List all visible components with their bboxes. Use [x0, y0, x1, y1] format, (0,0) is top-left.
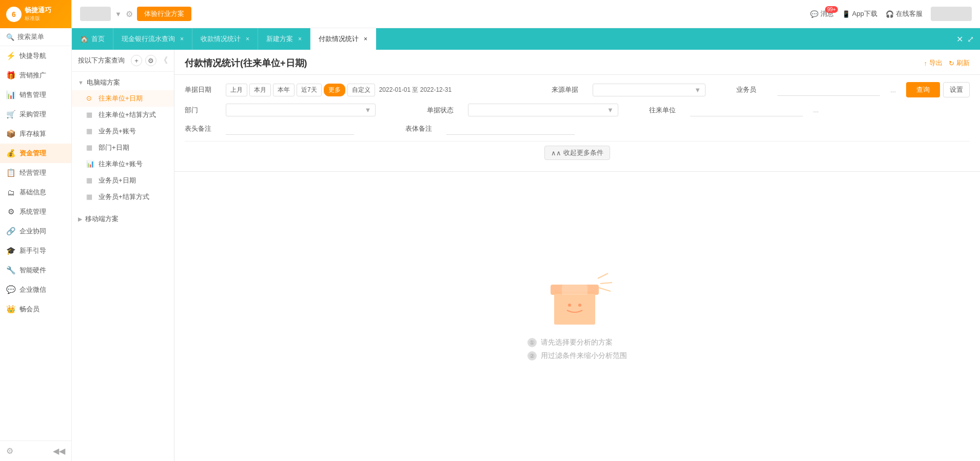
empty-illustration — [541, 268, 613, 330]
topbar-right: 💬 消息 99+ 📱 App下载 🎧 在线客服 — [810, 7, 972, 21]
sidebar-item-purchase[interactable]: 🛒 采购管理 — [0, 105, 71, 124]
tab-collection-close[interactable]: × — [246, 35, 249, 43]
tab-bank-close[interactable]: × — [180, 35, 184, 43]
topbar-gear-icon[interactable]: ⚙ — [126, 9, 133, 19]
tab-new-scheme-close[interactable]: × — [298, 35, 302, 43]
tab-payment-close[interactable]: × — [364, 35, 367, 43]
scheme-mobile-header[interactable]: ▶ 移动端方案 — [72, 211, 174, 227]
tab-bank[interactable]: 现金银行流水查询 × — [113, 28, 192, 50]
counterpart-label: 往来单位 — [649, 106, 680, 115]
mobile-arrow-icon: ▶ — [78, 216, 82, 223]
date-btn-last-month[interactable]: 上月 — [226, 84, 247, 96]
app-download-btn[interactable]: 📱 App下载 — [842, 9, 877, 18]
tab-new-scheme[interactable]: 新建方案 × — [258, 28, 310, 50]
bill-status-select[interactable]: ▼ — [468, 104, 618, 116]
scheme-item-counterpart-settlement[interactable]: ▦ 往来单位+结算方式 — [72, 107, 174, 123]
main-body: ① 请先选择要分析的方案 ② 用过滤条件来缩小分析范围 — [174, 172, 980, 461]
refresh-btn[interactable]: ↻ 刷新 — [949, 58, 970, 68]
sidebar-item-guide[interactable]: 🎓 新手引导 — [0, 241, 71, 260]
purchase-icon: 🛒 — [6, 110, 15, 119]
marketing-icon: 🎁 — [6, 71, 15, 80]
sidebar-item-finance[interactable]: 💰 资金管理 — [0, 144, 71, 163]
search-menu[interactable]: 🔍 搜索菜单 — [0, 28, 71, 46]
sidebar-item-inventory[interactable]: 📦 库存核算 — [0, 124, 71, 144]
footer-collapse-icon[interactable]: ◀◀ — [53, 446, 65, 456]
collapse-btn[interactable]: ∧∧ 收起更多条件 — [544, 146, 610, 160]
online-service-btn[interactable]: 🎧 在线客服 — [886, 9, 923, 18]
scheme-item-staff-account[interactable]: ▦ 业务员+账号 — [72, 123, 174, 139]
sidebar-item-wechat[interactable]: 💬 企业微信 — [0, 280, 71, 299]
tab-collection[interactable]: 收款情况统计 × — [192, 28, 258, 50]
dropdown-arrow-icon[interactable]: ▼ — [115, 10, 122, 18]
topbar: ▼ ⚙ 体验行业方案 💬 消息 99+ 📱 App下载 🎧 在线客服 — [72, 0, 980, 28]
home-icon: 🏠 — [80, 35, 88, 43]
search-label: 搜索菜单 — [17, 32, 44, 42]
date-btn-7days[interactable]: 近7天 — [297, 84, 322, 96]
scheme-item-dept-date[interactable]: ▦ 部门+日期 — [72, 139, 174, 156]
sidebar-header: 6 畅捷通巧 标准版 — [0, 0, 71, 28]
counterpart-ellipsis[interactable]: ... — [813, 106, 819, 114]
desktop-arrow-icon: ▼ — [78, 79, 84, 86]
sidebar-item-system[interactable]: ⚙ 系统管理 — [0, 202, 71, 222]
sidebar-item-member[interactable]: 👑 畅会员 — [0, 299, 71, 319]
source-select[interactable]: ▼ — [593, 84, 705, 96]
scheme-collapse-btn[interactable]: 《 — [160, 55, 168, 66]
tabbar: 🏠 首页 现金银行流水查询 × 收款情况统计 × 新建方案 × 付款情况统计 ×… — [72, 28, 980, 50]
scheme-item-counterpart-account[interactable]: 📊 往来单位+账号 — [72, 156, 174, 172]
filter-actions-right: 查询 设置 — [906, 82, 970, 97]
page-title: 付款情况统计(往来单位+日期) — [185, 57, 307, 69]
tab-home[interactable]: 🏠 首页 — [72, 28, 113, 50]
wechat-icon: 💬 — [6, 285, 15, 294]
message-btn[interactable]: 💬 消息 99+ — [810, 9, 834, 18]
export-btn[interactable]: ↑ 导出 — [924, 58, 943, 68]
settings-btn[interactable]: 设置 — [943, 82, 970, 97]
staff-ellipsis[interactable]: ... — [890, 86, 896, 94]
search-icon: 🔍 — [6, 33, 14, 41]
export-icon: ↑ — [924, 59, 928, 67]
expand-window-icon[interactable]: ⤢ — [967, 34, 974, 44]
query-btn[interactable]: 查询 — [906, 82, 940, 97]
sidebar-item-marketing[interactable]: 🎁 营销推广 — [0, 66, 71, 85]
scheme-item-counterpart-date[interactable]: ⊙ 往来单位+日期 — [72, 90, 174, 107]
filter-row-2: 部门 ▼ 单据状态 ▼ 往来单位 ... — [185, 104, 970, 116]
sidebar-item-sales[interactable]: 📊 销售管理 — [0, 85, 71, 105]
table-body-note-input[interactable] — [446, 123, 575, 135]
scheme-desktop-header[interactable]: ▼ 电脑端方案 — [72, 75, 174, 90]
dept-select[interactable]: ▼ — [226, 104, 376, 116]
footer-settings-icon[interactable]: ⚙ — [6, 446, 13, 456]
staff-date-icon: ▦ — [86, 176, 94, 185]
topbar-left: ▼ ⚙ 体验行业方案 — [80, 7, 805, 21]
staff-input[interactable] — [777, 84, 880, 96]
date-range-display: 2022-01-01 至 2022-12-31 — [379, 86, 452, 94]
scheme-panel-header: 按以下方案查询 + ⚙ 《 — [72, 50, 174, 72]
trial-btn[interactable]: 体验行业方案 — [137, 7, 191, 21]
date-btn-this-year[interactable]: 本年 — [273, 84, 295, 96]
sidebar-item-basic[interactable]: 🗂 基础信息 — [0, 183, 71, 202]
bill-status-arrow-icon: ▼ — [607, 106, 614, 114]
svg-line-5 — [600, 283, 612, 284]
filter-row-3: 表头备注 表体备注 — [185, 123, 970, 135]
table-header-note-input[interactable] — [226, 123, 354, 135]
page-header-actions: ↑ 导出 ↻ 刷新 — [924, 58, 970, 68]
sidebar-item-enterprise[interactable]: 🔗 企业协同 — [0, 222, 71, 241]
user-avatar[interactable] — [931, 7, 972, 21]
scheme-add-btn[interactable]: + — [131, 55, 142, 66]
close-window-icon[interactable]: ✕ — [956, 34, 963, 44]
svg-point-8 — [578, 304, 581, 307]
sales-icon: 📊 — [6, 90, 15, 99]
date-btn-this-month[interactable]: 本月 — [249, 84, 271, 96]
sidebar-item-hardware[interactable]: 🔧 智能硬件 — [0, 260, 71, 280]
date-btn-more[interactable]: 更多 — [324, 84, 345, 96]
source-label: 来源单据 — [552, 85, 582, 94]
counterpart-input[interactable] — [690, 104, 803, 116]
scheme-item-staff-date[interactable]: ▦ 业务员+日期 — [72, 172, 174, 189]
tab-payment[interactable]: 付款情况统计 × — [310, 28, 376, 50]
scheme-settings-btn[interactable]: ⚙ — [145, 55, 156, 66]
sidebar-item-operation[interactable]: 📋 经营管理 — [0, 163, 71, 183]
sidebar-item-quick-nav[interactable]: ⚡ 快捷导航 — [0, 46, 71, 66]
date-btn-custom[interactable]: 自定义 — [347, 84, 375, 96]
bill-date-label: 单据日期 — [185, 85, 215, 94]
filter-row-1: 单据日期 上月 本月 本年 近7天 更多 自定义 2022-01-01 至 20… — [185, 82, 970, 97]
scheme-item-staff-settlement[interactable]: ▦ 业务员+结算方式 — [72, 189, 174, 205]
inventory-icon: 📦 — [6, 129, 15, 138]
